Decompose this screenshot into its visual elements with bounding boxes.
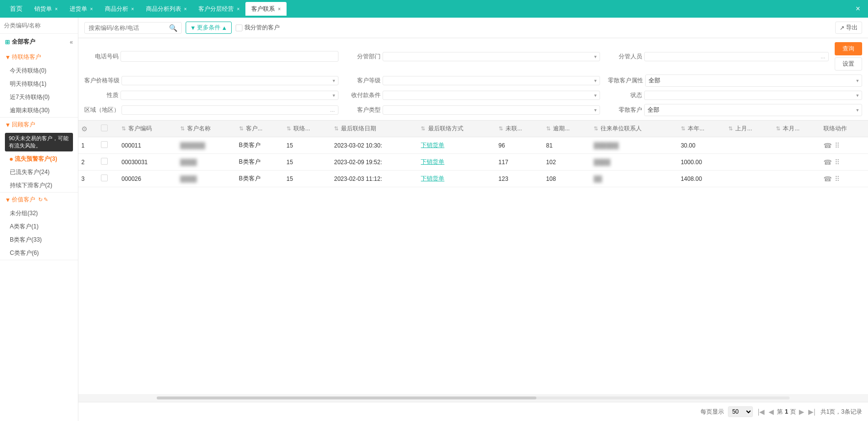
group-review-title[interactable]: ▼ 回顾客户 xyxy=(0,118,78,132)
price-level-select[interactable]: ▾ xyxy=(121,76,338,85)
col-name-sort-icon[interactable]: ⇅ xyxy=(180,125,185,131)
row-checkbox[interactable] xyxy=(98,154,119,171)
sidebar-item-declining[interactable]: 持续下滑客户(2) xyxy=(0,179,78,192)
search-input[interactable] xyxy=(89,25,167,31)
person-select[interactable]: … xyxy=(644,52,829,61)
more-conditions-button[interactable]: ▼ 更多条件 ▲ xyxy=(186,22,232,34)
status-select[interactable]: ▾ xyxy=(644,91,862,100)
refresh-icon[interactable]: ↻ xyxy=(38,197,43,203)
filter-phone: 电话号码 xyxy=(84,42,338,71)
more-action-icon[interactable]: ⠿ xyxy=(835,158,840,166)
customer-level-select[interactable]: ▾ xyxy=(383,76,601,85)
home-tab[interactable]: 首页 xyxy=(4,4,28,13)
next-page-button[interactable]: ▶ xyxy=(798,408,805,416)
per-page-select[interactable]: 50 100 200 xyxy=(728,406,753,417)
tab-close-segmentation[interactable]: × xyxy=(237,6,240,12)
zero-customer-select[interactable]: 全部 ▾ xyxy=(644,104,862,116)
sidebar-search-area: 🔍 xyxy=(0,18,78,34)
sidebar-item-unassigned[interactable]: 未分组(32) xyxy=(0,207,78,220)
more-action-icon[interactable]: ⠿ xyxy=(835,175,840,183)
col-checkbox-header[interactable] xyxy=(98,121,119,137)
zero-attr-arrow: ▾ xyxy=(856,78,859,83)
tab-close-contact[interactable]: × xyxy=(278,6,281,12)
nature-select[interactable]: ▾ xyxy=(121,91,338,100)
customer-type-select[interactable]: ▾ xyxy=(383,105,601,115)
row-last-type[interactable]: 下销货单 xyxy=(418,154,495,171)
all-customers-title[interactable]: ⊞ 全部客户 « xyxy=(0,34,78,50)
group-value-title[interactable]: ▼ 价值客户 ↻ ✎ xyxy=(0,193,78,207)
row-code: 00030031 xyxy=(119,154,177,171)
col-type-sort-icon[interactable]: ⇅ xyxy=(239,125,243,131)
phone-input[interactable] xyxy=(121,51,338,62)
col-type-header[interactable]: ⇅ 客户... xyxy=(236,121,284,137)
sidebar-item-7days[interactable]: 近7天待联络(0) xyxy=(0,91,78,104)
payment-select[interactable]: ▾ xyxy=(383,91,601,100)
horizontal-scrollbar[interactable] xyxy=(78,394,868,402)
sidebar-item-churn-warning[interactable]: 流失预警客户(3) xyxy=(0,152,78,166)
col-name-header[interactable]: ⇅ 客户名称 xyxy=(177,121,236,137)
contact-icon[interactable]: ☎ xyxy=(823,175,832,183)
row-checkbox[interactable] xyxy=(98,137,119,154)
sidebar-item-churned[interactable]: 已流失客户(24) xyxy=(0,166,78,179)
col-last-type-header[interactable]: ⇅ 最后联络方式 xyxy=(418,121,495,137)
edit-icon[interactable]: ✎ xyxy=(44,197,48,203)
header-checkbox[interactable] xyxy=(101,124,108,131)
sidebar-collapse-icon[interactable]: « xyxy=(70,39,73,46)
sidebar-search-input[interactable] xyxy=(4,22,77,29)
search-icon-toolbar[interactable]: 🔍 xyxy=(169,24,177,32)
contact-icon[interactable]: ☎ xyxy=(823,158,832,166)
my-customers-checkbox-area[interactable]: 我分管的客户 xyxy=(236,24,280,32)
first-page-button[interactable]: |◀ xyxy=(757,408,766,416)
customer-level-label: 客户等级 xyxy=(346,76,381,85)
col-current-year-header[interactable]: ⇅ 本年... xyxy=(678,121,725,137)
zero-attr-select[interactable]: 全部 ▾ xyxy=(645,74,862,87)
tab-customer-contact[interactable]: 客户联系 × xyxy=(245,2,287,16)
zero-customer-arrow: ▾ xyxy=(856,107,859,113)
col-last-month-header[interactable]: ⇅ 上月... xyxy=(725,121,773,137)
tab-close-purchase[interactable]: × xyxy=(90,6,93,12)
col-code-header[interactable]: ⇅ 客户编码 xyxy=(119,121,177,137)
col-contact-person-header[interactable]: ⇅ 往来单位联系人 xyxy=(591,121,678,137)
more-action-icon[interactable]: ⠿ xyxy=(835,142,840,149)
sidebar-item-overdue[interactable]: 逾期未联络(30) xyxy=(0,104,78,117)
tab-close-product-list[interactable]: × xyxy=(184,6,187,12)
col-settings-icon[interactable]: ⚙ xyxy=(81,125,88,133)
zero-attr-label: 零散客户属性 xyxy=(608,76,643,85)
total-records: 共1页，3条记录 xyxy=(820,408,862,416)
col-overdue-header[interactable]: ⇅ 逾期... xyxy=(543,121,591,137)
last-page-button[interactable]: ▶| xyxy=(807,408,817,416)
sidebar-item-a-class[interactable]: A类客户(1) xyxy=(0,220,78,233)
tab-customer-segmentation[interactable]: 客户分层经营 × xyxy=(193,2,245,16)
tab-product-analysis[interactable]: 商品分析 × xyxy=(99,2,140,16)
prev-page-button[interactable]: ◀ xyxy=(768,408,775,416)
query-button[interactable]: 查询 xyxy=(835,42,862,55)
row-last-type[interactable]: 下销货单 xyxy=(418,137,495,154)
row-last-type[interactable]: 下销货单 xyxy=(418,171,495,187)
filter-zero-attr: 零散客户属性 全部 ▾ xyxy=(608,74,862,87)
sidebar-item-tomorrow[interactable]: 明天待联络(1) xyxy=(0,77,78,91)
scroll-thumb[interactable] xyxy=(157,396,536,399)
sidebar-item-b-class[interactable]: B类客户(33) xyxy=(0,233,78,247)
my-customers-checkbox[interactable] xyxy=(236,25,242,31)
export-button[interactable]: ↗ 导出 xyxy=(835,22,862,34)
window-close-button[interactable]: × xyxy=(852,4,864,13)
tab-purchase[interactable]: 进货单 × xyxy=(64,2,99,16)
group-pending-contact-title[interactable]: ▼ 待联络客户 xyxy=(0,50,78,64)
tab-product-analysis-list[interactable]: 商品分析列表 × xyxy=(140,2,193,16)
tab-sales[interactable]: 销货单 × xyxy=(28,2,64,16)
contact-icon[interactable]: ☎ xyxy=(823,142,832,149)
sidebar-item-today[interactable]: 今天待联络(0) xyxy=(0,64,78,77)
dept-select[interactable]: ▾ xyxy=(383,52,601,61)
col-settings[interactable]: ⚙ xyxy=(78,121,98,137)
col-contact-count-header[interactable]: ⇅ 联络... xyxy=(284,121,331,137)
settings-button[interactable]: 设置 xyxy=(835,57,862,71)
tab-close-sales[interactable]: × xyxy=(55,6,58,12)
col-uncontacted-header[interactable]: ⇅ 未联... xyxy=(496,121,543,137)
row-checkbox[interactable] xyxy=(98,171,119,187)
sidebar-item-c-class[interactable]: C类客户(6) xyxy=(0,247,78,260)
tab-close-product-analysis[interactable]: × xyxy=(131,6,134,12)
col-last-date-header[interactable]: ⇅ 最后联络日期 xyxy=(331,121,418,137)
col-sort-icon[interactable]: ⇅ xyxy=(121,125,126,131)
region-select[interactable]: … xyxy=(121,105,338,115)
col-current-month-header[interactable]: ⇅ 本月... xyxy=(773,121,820,137)
